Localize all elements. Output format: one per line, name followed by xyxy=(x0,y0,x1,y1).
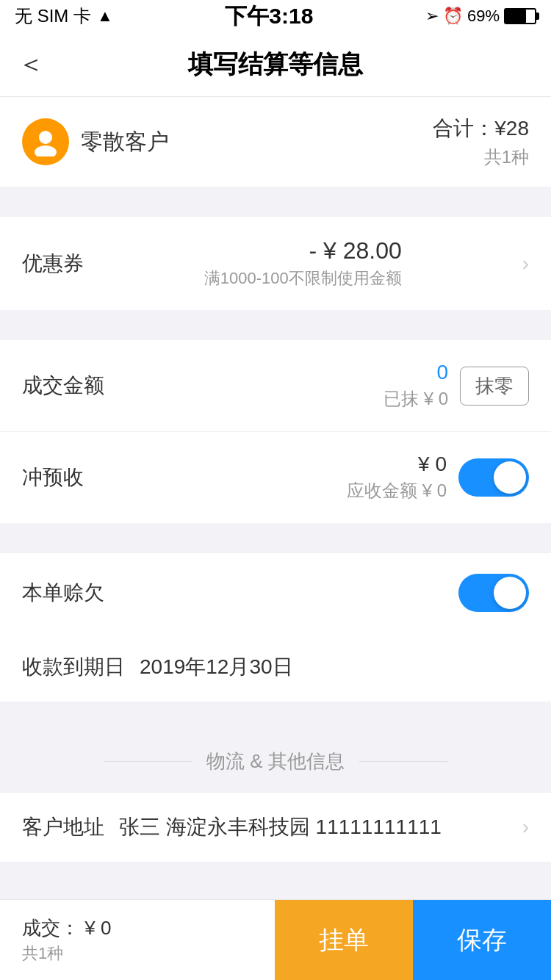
toggle-knob xyxy=(494,461,526,494)
prepaid-row: 冲预收 ¥ 0 应收金额 ¥ 0 xyxy=(0,431,551,523)
customer-name: 零散客户 xyxy=(81,127,169,157)
credit-label: 本单赊欠 xyxy=(22,579,104,607)
coupon-label: 优惠券 xyxy=(22,250,84,278)
due-date-row: 收款到期日 2019年12月30日 xyxy=(0,633,551,702)
nav-bar: ＜ 填写结算等信息 xyxy=(0,32,551,97)
coupon-amount: - ¥ 28.00 xyxy=(204,237,402,264)
total-amount: 合计：¥28 xyxy=(433,115,529,143)
address-row[interactable]: 客户地址 张三 海淀永丰科技园 11111111111 › xyxy=(0,792,551,862)
prepaid-value-group: ¥ 0 应收金额 ¥ 0 xyxy=(347,453,447,502)
address-card: 客户地址 张三 海淀永丰科技园 11111111111 › xyxy=(0,792,551,862)
alarm-icon: ⏰ xyxy=(443,7,463,26)
wifi-icon: ▲ xyxy=(97,7,113,26)
due-date-label: 收款到期日 xyxy=(22,653,125,681)
logistics-label: 物流 & 其他信息 xyxy=(206,749,345,774)
status-left: 无 SIM 卡 ▲ xyxy=(15,4,113,28)
credit-card: 本单赊欠 收款到期日 2019年12月30日 xyxy=(0,552,551,702)
transaction-row: 成交金额 0 已抹 ¥ 0 抹零 xyxy=(0,339,551,431)
coupon-row[interactable]: 优惠券 - ¥ 28.00 满1000-100不限制使用金额 › xyxy=(0,216,551,310)
page-title: 填写结算等信息 xyxy=(188,48,363,82)
transaction-label: 成交金额 xyxy=(22,372,104,400)
customer-total: 合计：¥28 共1种 xyxy=(433,115,529,169)
coupon-description: 满1000-100不限制使用金额 xyxy=(204,267,402,289)
credit-right xyxy=(458,574,529,612)
prepaid-right: ¥ 0 应收金额 ¥ 0 xyxy=(347,453,529,502)
address-label: 客户地址 xyxy=(22,813,104,841)
deal-amount: ¥ 0 xyxy=(84,917,111,939)
transaction-right: 0 已抹 ¥ 0 抹零 xyxy=(383,361,529,411)
bottom-deal-label: 成交： ¥ 0 xyxy=(22,915,253,941)
deal-text: 成交： xyxy=(22,917,79,939)
credit-toggle-knob xyxy=(494,577,526,609)
avatar xyxy=(22,118,69,165)
main-content: 零散客户 合计：¥28 共1种 优惠券 - ¥ 28.00 满1000-100不… xyxy=(0,97,551,980)
due-date-value: 2019年12月30日 xyxy=(140,653,293,681)
round-off-button[interactable]: 抹零 xyxy=(460,367,529,406)
separator-3 xyxy=(0,538,551,552)
logistics-section: 物流 & 其他信息 xyxy=(0,731,551,792)
customer-card: 零散客户 合计：¥28 共1种 xyxy=(0,97,551,187)
prepaid-toggle[interactable] xyxy=(458,458,529,497)
divider-line-left xyxy=(104,761,192,762)
back-button[interactable]: ＜ xyxy=(18,46,44,82)
bottom-summary: 成交： ¥ 0 共1种 xyxy=(0,915,275,965)
transaction-value: 0 xyxy=(383,361,448,384)
address-value: 张三 海淀永丰科技园 11111111111 xyxy=(119,813,522,841)
no-sim-text: 无 SIM 卡 xyxy=(15,4,91,28)
status-bar: 无 SIM 卡 ▲ 下午3:18 ➢ ⏰ 69% xyxy=(0,0,551,32)
divider-line-right xyxy=(359,761,447,762)
customer-left: 零散客户 xyxy=(22,118,169,165)
prepaid-label: 冲预收 xyxy=(22,464,84,491)
separator-1 xyxy=(0,201,551,216)
credit-toggle[interactable] xyxy=(458,574,529,612)
bottom-bar: 成交： ¥ 0 共1种 挂单 保存 xyxy=(0,899,551,980)
save-button[interactable]: 保存 xyxy=(413,900,551,981)
status-right: ➢ ⏰ 69% xyxy=(425,7,536,26)
coupon-right: - ¥ 28.00 满1000-100不限制使用金额 xyxy=(204,237,402,289)
credit-row: 本单赊欠 xyxy=(0,552,551,633)
pending-button[interactable]: 挂单 xyxy=(275,900,413,981)
svg-point-1 xyxy=(35,145,57,156)
avatar-icon xyxy=(31,127,60,156)
coupon-chevron-icon: › xyxy=(522,252,529,275)
prepaid-receivable: 应收金额 ¥ 0 xyxy=(347,479,447,502)
transaction-value-group: 0 已抹 ¥ 0 xyxy=(383,361,448,411)
transaction-deducted: 已抹 ¥ 0 xyxy=(383,387,448,411)
separator-2 xyxy=(0,325,551,339)
svg-point-0 xyxy=(39,131,52,144)
customer-row: 零散客户 合计：¥28 共1种 xyxy=(0,97,551,187)
separator-4 xyxy=(0,716,551,731)
status-time: 下午3:18 xyxy=(225,1,313,32)
transaction-card: 成交金额 0 已抹 ¥ 0 抹零 冲预收 ¥ 0 应收金额 ¥ 0 xyxy=(0,339,551,523)
battery-percent: 69% xyxy=(467,7,500,26)
prepaid-value: ¥ 0 xyxy=(347,453,447,476)
location-icon: ➢ xyxy=(425,7,439,26)
total-count: 共1种 xyxy=(433,145,529,169)
battery-icon xyxy=(504,8,536,24)
coupon-card: 优惠券 - ¥ 28.00 满1000-100不限制使用金额 › xyxy=(0,216,551,310)
address-chevron-icon: › xyxy=(522,815,529,839)
bottom-count: 共1种 xyxy=(22,943,253,965)
